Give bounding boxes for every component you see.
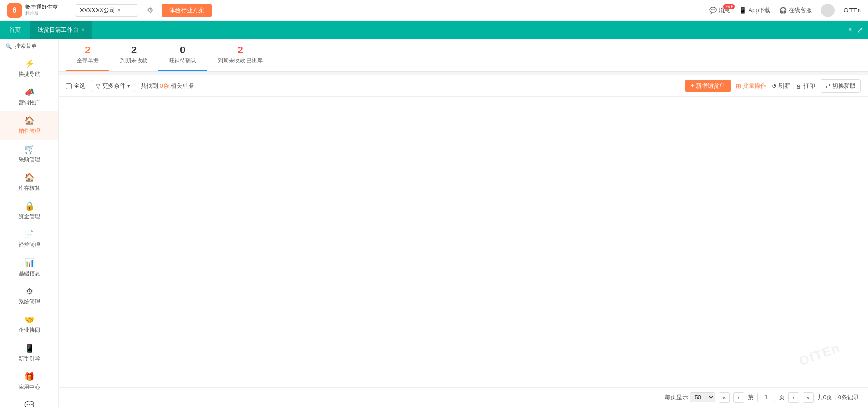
print-icon: 🖨 [796,83,802,89]
found-suffix: 相关单据 [170,82,194,89]
batch-action-btn[interactable]: ⊞ 批量操作 [736,82,766,90]
stats-label-wangwang: 旺辅待确认 [169,57,196,65]
next-page-button[interactable]: › [788,392,799,403]
experience-button[interactable]: 体验行业方案 [162,4,212,17]
main-layout: 🔍 搜索菜单 ⚡ 快捷导航 📣 营销推广 🏠 销售管理 🛒 采购管理 🏠 库存核… [0,39,868,407]
total-label: 共0页，0条记录 [817,393,859,402]
select-all-checkbox[interactable] [66,83,72,89]
app-sub: 标准版 [25,10,58,17]
switch-icon: ⇄ [826,83,830,89]
app-download-action[interactable]: 📱 App下载 [739,6,770,14]
batch-label: 批量操作 [743,82,766,90]
toolbar: 全选 ▽ 更多条件 ▾ 共找到 0条 相关单据 + 新增销货单 ⊞ 批量操作 [59,75,868,97]
sidebar-item-sales[interactable]: 🏠 销售管理 [0,111,58,140]
stats-tab-overdue-out[interactable]: 2 到期未收款 已出库 [207,39,274,71]
operations-icon: 📄 [24,229,34,239]
refresh-label: 刷新 [778,82,790,90]
sidebar-item-label: 企业协同 [19,327,40,334]
stats-num-overdue-out: 2 [218,44,263,56]
sidebar-item-label: 营销推广 [19,99,40,107]
new-sales-button[interactable]: + 新增销货单 [685,80,731,92]
sidebar-search[interactable]: 🔍 搜索菜单 [0,39,58,54]
marketing-icon: 📣 [24,87,34,97]
stats-tabs: 2 全部单据 2 到期未收款 0 旺辅待确认 2 到期未收款 已出库 [59,39,868,72]
refresh-btn[interactable]: ↺ 刷新 [772,82,790,90]
stats-label-overdue: 到期未收款 [120,57,147,65]
sidebar-item-operations[interactable]: 📄 经营管理 [0,225,58,253]
print-btn[interactable]: 🖨 打印 [796,82,815,90]
sidebar-item-label: 采购管理 [19,156,40,164]
per-page-select[interactable]: 50 100 200 [690,392,715,402]
filter-chevron-icon: ▾ [127,83,130,89]
found-prefix: 共找到 [141,82,158,89]
finance-icon: 🔒 [24,201,34,211]
logo-area: 6 畅捷通好生意 标准版 [7,3,66,18]
sidebar-item-guide[interactable]: 📱 新手引导 [0,339,58,367]
found-text: 共找到 0条 相关单据 [141,82,194,90]
batch-icon: ⊞ [736,83,741,89]
prev-page-button[interactable]: ‹ [733,392,744,403]
appstore-icon: 🎁 [24,372,34,382]
message-icon: 💬 [709,7,717,14]
company-selector[interactable]: XXXXXX公司 ▾ [75,4,138,17]
sidebar-item-label: 经营管理 [19,241,40,249]
found-num: 0条 [160,82,169,89]
avatar[interactable] [821,4,835,17]
sidebar-item-label: 新手引导 [19,355,40,363]
sidebar-item-purchase[interactable]: 🛒 采购管理 [0,140,58,168]
chevron-down-icon: ▾ [118,7,121,13]
filter-button[interactable]: ▽ 更多条件 ▾ [91,80,135,92]
select-all-label[interactable]: 全选 [66,82,85,90]
page-size-area: 每页显示 50 100 200 [665,392,715,402]
search-icon: 🔍 [5,43,12,50]
filter-btn-label: 更多条件 [102,82,126,90]
sidebar-item-basic[interactable]: 📊 基础信息 [0,253,58,282]
sidebar-item-label: 应用中心 [19,384,40,391]
online-service-label: 在线客服 [788,6,812,14]
online-service-action[interactable]: 🎧 在线客服 [779,6,812,14]
last-page-button[interactable]: » [803,392,814,403]
first-page-button[interactable]: « [719,392,730,403]
guide-icon: 📱 [24,343,34,353]
page-number-input[interactable] [757,393,775,402]
quick-nav-icon: ⚡ [24,59,34,69]
sidebar-item-system[interactable]: ⚙ 系统管理 [0,282,58,310]
switch-version-button[interactable]: ⇄ 切换新版 [821,79,861,93]
tab-bar-actions: × ⤢ [848,21,868,39]
select-all-text: 全选 [74,82,85,90]
sidebar-item-wechat[interactable]: 💬 企业微信 [0,396,58,407]
sidebar: 🔍 搜索菜单 ⚡ 快捷导航 📣 营销推广 🏠 销售管理 🛒 采购管理 🏠 库存核… [0,39,59,407]
toolbar-right: + 新增销货单 ⊞ 批量操作 ↺ 刷新 🖨 打印 ⇄ 切换新版 [685,79,861,93]
settings-icon[interactable]: ⚙ [144,4,156,17]
stats-label-all: 全部单据 [77,57,99,65]
sidebar-item-label: 库存核算 [19,184,40,192]
print-label: 打印 [803,82,815,90]
sidebar-item-label: 基础信息 [19,270,40,277]
sidebar-item-marketing[interactable]: 📣 营销推广 [0,83,58,111]
tab-close-icon[interactable]: × [81,27,85,33]
tab-maximize-icon[interactable]: ⤢ [857,26,863,34]
page-label: 第 [748,393,754,402]
stats-tab-all[interactable]: 2 全部单据 [66,39,109,71]
per-page-label: 每页显示 [665,393,688,402]
message-action[interactable]: 💬 消息 99+ [709,6,730,14]
tab-minimize-icon[interactable]: × [848,26,852,34]
sidebar-item-finance[interactable]: 🔒 资金管理 [0,196,58,225]
sidebar-item-cooperation[interactable]: 🤝 企业协同 [0,310,58,339]
page-suffix: 页 [779,393,785,402]
app-name: 畅捷通好生意 [25,4,58,11]
sidebar-item-quick-nav[interactable]: ⚡ 快捷导航 [0,54,58,83]
avatar-name[interactable]: OfTEn [844,7,861,14]
service-icon: 🎧 [779,7,787,14]
pagination: 每页显示 50 100 200 « ‹ 第 页 › » 共0页，0条记录 [59,387,868,407]
tab-home[interactable]: 首页 [0,21,30,39]
switch-label: 切换新版 [832,82,856,90]
sidebar-item-label: 快捷导航 [19,70,40,78]
sidebar-search-label: 搜索菜单 [15,42,37,50]
stats-num-all: 2 [77,44,99,56]
sidebar-item-appstore[interactable]: 🎁 应用中心 [0,367,58,396]
stats-tab-wangwang[interactable]: 0 旺辅待确认 [158,39,207,71]
sidebar-item-inventory[interactable]: 🏠 库存核算 [0,168,58,196]
stats-tab-overdue[interactable]: 2 到期未收款 [109,39,158,71]
tab-workbench[interactable]: 钱货日清工作台 × [30,21,92,39]
